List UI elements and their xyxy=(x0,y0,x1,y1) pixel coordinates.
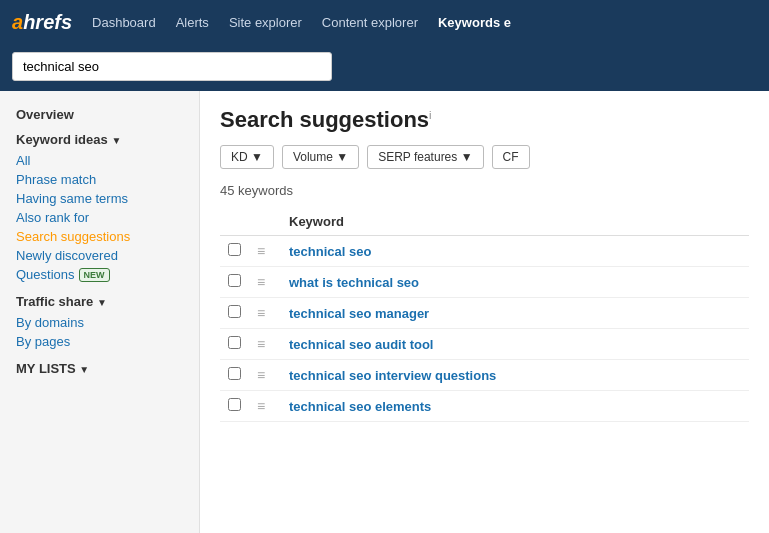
filter-volume-button[interactable]: Volume ▼ xyxy=(282,145,359,169)
search-bar xyxy=(0,44,769,91)
sidebar-traffic-items: By domainsBy pages xyxy=(16,313,183,351)
nav-link-site-explorer[interactable]: Site explorer xyxy=(229,15,302,30)
table-body: technical seowhat is technical seotechni… xyxy=(220,236,749,422)
logo-hrefs: hrefs xyxy=(23,11,72,33)
sort-icon xyxy=(257,398,273,412)
sidebar-item-having-same-terms[interactable]: Having same terms xyxy=(16,189,183,208)
sort-icon xyxy=(257,336,273,350)
table-row: technical seo manager xyxy=(220,298,749,329)
keyword-link[interactable]: technical seo elements xyxy=(289,399,431,414)
keyword-link[interactable]: technical seo manager xyxy=(289,306,429,321)
filter-kd-button[interactable]: KD ▼ xyxy=(220,145,274,169)
filter-serp-features-button[interactable]: SERP features ▼ xyxy=(367,145,483,169)
filter-bar: KD ▼Volume ▼SERP features ▼CF xyxy=(220,145,749,169)
my-lists-arrow-icon: ▼ xyxy=(79,364,89,375)
nav-link-content-explorer[interactable]: Content explorer xyxy=(322,15,418,30)
main-content: Search suggestionsi KD ▼Volume ▼SERP fea… xyxy=(200,91,769,533)
row-checkbox[interactable] xyxy=(228,367,241,380)
logo[interactable]: ahrefs xyxy=(12,11,72,34)
sort-icon xyxy=(257,305,273,319)
keywords-table: Keyword technical seowhat is technical s… xyxy=(220,208,749,422)
row-checkbox[interactable] xyxy=(228,336,241,349)
keyword-ideas-arrow-icon: ▼ xyxy=(111,135,121,146)
sidebar-my-lists-heading[interactable]: MY LISTS ▼ xyxy=(16,361,183,376)
sidebar-item-by-domains[interactable]: By domains xyxy=(16,313,183,332)
sidebar-keyword-ideas-heading[interactable]: Keyword ideas ▼ xyxy=(16,132,183,147)
sidebar-item-by-pages[interactable]: By pages xyxy=(16,332,183,351)
row-checkbox[interactable] xyxy=(228,305,241,318)
search-input[interactable] xyxy=(12,52,332,81)
sort-icon xyxy=(257,243,273,257)
table-header-checkbox xyxy=(220,208,249,236)
table-row: technical seo elements xyxy=(220,391,749,422)
logo-a: a xyxy=(12,11,23,33)
sidebar-item-questions[interactable]: QuestionsNEW xyxy=(16,265,183,284)
table-row: technical seo interview questions xyxy=(220,360,749,391)
sidebar: Overview Keyword ideas ▼ AllPhrase match… xyxy=(0,91,200,533)
table-header-icon xyxy=(249,208,281,236)
nav-link-dashboard[interactable]: Dashboard xyxy=(92,15,156,30)
top-navigation: ahrefs DashboardAlertsSite explorerConte… xyxy=(0,0,769,44)
filter-cf-button[interactable]: CF xyxy=(492,145,530,169)
keyword-link[interactable]: technical seo audit tool xyxy=(289,337,433,352)
sidebar-keyword-items: AllPhrase matchHaving same termsAlso ran… xyxy=(16,151,183,284)
new-badge: NEW xyxy=(79,268,110,282)
keyword-link[interactable]: what is technical seo xyxy=(289,275,419,290)
main-layout: Overview Keyword ideas ▼ AllPhrase match… xyxy=(0,91,769,533)
sort-icon xyxy=(257,274,273,288)
keyword-link[interactable]: technical seo interview questions xyxy=(289,368,496,383)
traffic-share-arrow-icon: ▼ xyxy=(97,297,107,308)
sidebar-item-also-rank-for[interactable]: Also rank for xyxy=(16,208,183,227)
sidebar-item-phrase-match[interactable]: Phrase match xyxy=(16,170,183,189)
page-title: Search suggestionsi xyxy=(220,107,749,133)
row-checkbox[interactable] xyxy=(228,243,241,256)
sidebar-item-all[interactable]: All xyxy=(16,151,183,170)
sidebar-traffic-share-heading[interactable]: Traffic share ▼ xyxy=(16,294,183,309)
keyword-link[interactable]: technical seo xyxy=(289,244,371,259)
row-checkbox[interactable] xyxy=(228,398,241,411)
keywords-count: 45 keywords xyxy=(220,183,749,198)
nav-link-alerts[interactable]: Alerts xyxy=(176,15,209,30)
nav-links: DashboardAlertsSite explorerContent expl… xyxy=(92,15,511,30)
table-row: technical seo audit tool xyxy=(220,329,749,360)
sidebar-item-search-suggestions[interactable]: Search suggestions xyxy=(16,227,183,246)
sidebar-overview[interactable]: Overview xyxy=(16,107,183,122)
table-row: what is technical seo xyxy=(220,267,749,298)
sidebar-item-newly-discovered[interactable]: Newly discovered xyxy=(16,246,183,265)
row-checkbox[interactable] xyxy=(228,274,241,287)
nav-link-keywords-e[interactable]: Keywords e xyxy=(438,15,511,30)
sort-icon xyxy=(257,367,273,381)
table-header-keyword: Keyword xyxy=(281,208,749,236)
table-row: technical seo xyxy=(220,236,749,267)
